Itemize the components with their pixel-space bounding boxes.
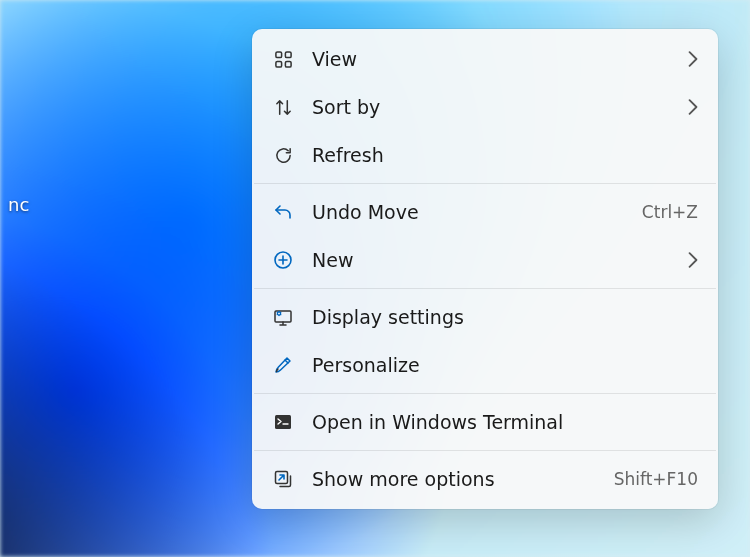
svg-rect-3 [285,61,291,67]
chevron-right-icon [688,252,698,268]
menu-separator [254,183,716,184]
menu-item-show-more-options[interactable]: Show more options Shift+F10 [252,455,718,503]
menu-item-label: Refresh [312,146,698,165]
show-more-icon [272,468,294,490]
menu-item-label: Display settings [312,308,698,327]
terminal-icon [272,411,294,433]
display-settings-icon [272,306,294,328]
menu-item-open-terminal[interactable]: Open in Windows Terminal [252,398,718,446]
svg-rect-1 [285,51,291,57]
menu-item-label: Open in Windows Terminal [312,413,698,432]
desktop-icon-label[interactable]: nc [8,194,29,215]
menu-item-label: Sort by [312,98,688,117]
personalize-icon [272,354,294,376]
menu-item-label: Undo Move [312,203,642,222]
svg-rect-0 [275,51,281,57]
menu-item-view[interactable]: View [252,35,718,83]
menu-item-label: New [312,251,688,270]
refresh-icon [272,144,294,166]
desktop-context-menu: View Sort by Refresh [252,29,718,509]
new-icon [272,249,294,271]
menu-item-refresh[interactable]: Refresh [252,131,718,179]
menu-item-hint: Shift+F10 [614,469,698,489]
sort-icon [272,96,294,118]
chevron-right-icon [688,99,698,115]
menu-item-label: View [312,50,688,69]
view-icon [272,48,294,70]
menu-separator [254,288,716,289]
menu-item-new[interactable]: New [252,236,718,284]
menu-item-label: Personalize [312,356,698,375]
menu-item-personalize[interactable]: Personalize [252,341,718,389]
undo-icon [272,201,294,223]
menu-separator [254,393,716,394]
svg-rect-2 [275,61,281,67]
menu-item-label: Show more options [312,470,614,489]
menu-separator [254,450,716,451]
menu-item-sort-by[interactable]: Sort by [252,83,718,131]
menu-item-hint: Ctrl+Z [642,202,698,222]
menu-item-undo-move[interactable]: Undo Move Ctrl+Z [252,188,718,236]
svg-rect-7 [275,415,291,429]
chevron-right-icon [688,51,698,67]
menu-item-display-settings[interactable]: Display settings [252,293,718,341]
